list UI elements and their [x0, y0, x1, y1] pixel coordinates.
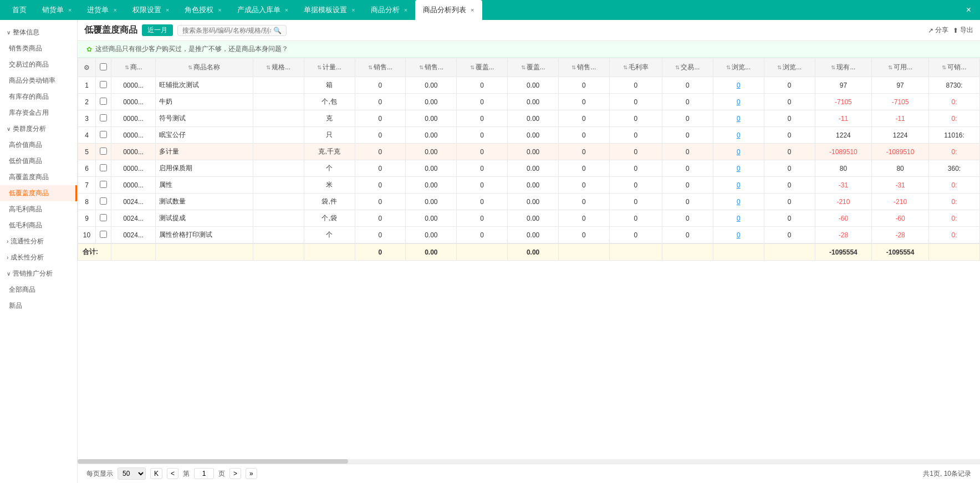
col-sales-qty[interactable]: 销售... — [355, 58, 406, 77]
close-icon[interactable]: × — [68, 7, 72, 13]
sidebar-item-low-coverage[interactable]: 低覆盖度商品 — [0, 185, 77, 201]
col-trade[interactable]: 交易... — [662, 58, 713, 77]
close-icon[interactable]: × — [166, 7, 169, 13]
col-stock-avail[interactable]: 可用... — [872, 58, 929, 77]
row-checkbox[interactable] — [100, 131, 107, 138]
sidebar-section-liquidity[interactable]: › 流通性分析 — [0, 233, 77, 250]
page-size-label: 每页显示 — [86, 469, 113, 479]
col-spec[interactable]: 规格... — [253, 58, 304, 77]
main-layout: ∨ 整体信息 销售类商品 交易过的商品 商品分类动销率 有库存的商品 库存资金占… — [0, 20, 980, 483]
nav-tab-goods-analysis-list[interactable]: 商品分析列表 × — [415, 0, 482, 20]
search-box: 🔍 — [177, 25, 287, 36]
top-navigation: 首页 销货单 × 进货单 × 权限设置 × 角色授权 × 产成品入库单 × 单据… — [0, 0, 980, 20]
page-size-select[interactable]: 20 50 100 200 — [118, 467, 146, 480]
nav-tab-sales[interactable]: 销货单 × — [34, 0, 79, 20]
sidebar-collapse-button[interactable]: « — [77, 241, 78, 263]
row-checkbox[interactable] — [100, 197, 107, 205]
table-row: 3 0000... 符号测试 克 0 0.00 0 0.00 0 0 0 0 0… — [78, 110, 980, 127]
col-stock-sale[interactable]: 可销... — [928, 58, 979, 77]
nav-tab-purchase[interactable]: 进货单 × — [79, 0, 124, 20]
nav-tab-perm[interactable]: 权限设置 × — [125, 0, 177, 20]
data-table-wrapper: ⚙ 商... 商品名称 规格... 计量... 销售... 销售... 覆盖..… — [78, 58, 980, 459]
share-button[interactable]: ↗ 分享 — [928, 26, 948, 35]
col-cover2[interactable]: 覆盖... — [508, 58, 559, 77]
row-checkbox[interactable] — [100, 148, 107, 155]
sidebar-item-category-rate[interactable]: 商品分类动销率 — [0, 73, 77, 89]
close-icon[interactable]: × — [351, 7, 355, 13]
nav-tab-home[interactable]: 首页 — [4, 0, 34, 20]
sidebar-section-marketing[interactable]: ∨ 营销推广分析 — [0, 266, 77, 282]
sidebar-item-stocked-goods[interactable]: 有库存的商品 — [0, 89, 77, 105]
row-checkbox[interactable] — [100, 98, 107, 105]
next-page-button[interactable]: > — [229, 468, 241, 479]
sidebar-item-high-margin[interactable]: 高毛利商品 — [0, 201, 77, 217]
export-button[interactable]: ⬆ 导出 — [953, 26, 973, 35]
close-icon[interactable]: × — [285, 7, 288, 13]
total-cover2: 0.00 — [508, 243, 559, 261]
col-browse2[interactable]: 浏览... — [764, 58, 815, 77]
sidebar-item-new-goods[interactable]: 新品 — [0, 298, 77, 314]
close-icon[interactable]: × — [404, 7, 407, 13]
close-icon[interactable]: × — [218, 7, 221, 13]
total-sales-qty: 0 — [355, 243, 406, 261]
row-checkbox[interactable] — [100, 181, 107, 188]
goods-table: ⚙ 商... 商品名称 规格... 计量... 销售... 销售... 覆盖..… — [78, 58, 980, 261]
sidebar-item-all-goods[interactable]: 全部商品 — [0, 282, 77, 298]
sidebar-item-low-margin[interactable]: 低毛利商品 — [0, 217, 77, 233]
close-icon[interactable]: × — [471, 7, 474, 13]
sidebar: ∨ 整体信息 销售类商品 交易过的商品 商品分类动销率 有库存的商品 库存资金占… — [0, 20, 78, 483]
sidebar-item-high-coverage[interactable]: 高覆盖度商品 — [0, 169, 77, 185]
content-area: 低覆盖度商品 近一月 🔍 ↗ 分享 ⬆ 导出 ✿ 这些商品只有很少客户购买过，是… — [78, 20, 980, 483]
sidebar-item-low-value[interactable]: 低价值商品 — [0, 153, 77, 169]
sidebar-item-high-value[interactable]: 高价值商品 — [0, 137, 77, 153]
col-stock-curr[interactable]: 现有... — [815, 58, 872, 77]
share-icon: ↗ — [928, 27, 933, 34]
col-name[interactable]: 商品名称 — [156, 58, 253, 77]
last-page-button[interactable]: » — [246, 468, 257, 479]
total-row: 合计: 0 0.00 0.00 -10955 — [78, 243, 980, 261]
sidebar-item-traded-goods[interactable]: 交易过的商品 — [0, 57, 77, 73]
search-icon[interactable]: 🔍 — [273, 27, 282, 34]
col-cover1[interactable]: 覆盖... — [457, 58, 508, 77]
table-row: 8 0024... 测试数量 袋,件 0 0.00 0 0.00 0 0 0 0… — [78, 194, 980, 210]
total-info: 共1页, 10条记录 — [923, 469, 971, 479]
sidebar-item-sales-goods[interactable]: 销售类商品 — [0, 40, 77, 57]
horizontal-scrollbar[interactable] — [78, 459, 980, 464]
sidebar-section-class-analysis[interactable]: ∨ 类群度分析 — [0, 121, 77, 137]
action-buttons: ↗ 分享 ⬆ 导出 — [928, 26, 973, 35]
sidebar-section-overall[interactable]: ∨ 整体信息 — [0, 24, 77, 40]
col-sales-amt[interactable]: 销售... — [406, 58, 457, 77]
select-all-checkbox[interactable] — [100, 63, 107, 70]
close-icon[interactable]: × — [113, 7, 116, 13]
table-row: 7 0000... 属性 米 0 0.00 0 0.00 0 0 0 0 0 -… — [78, 177, 980, 194]
search-input[interactable] — [182, 27, 271, 34]
sidebar-item-stock-capital[interactable]: 库存资金占用 — [0, 105, 77, 121]
col-gross[interactable]: 毛利率 — [609, 58, 662, 77]
col-browse1[interactable]: 浏览... — [713, 58, 764, 77]
nav-tab-template[interactable]: 单据模板设置 × — [296, 0, 363, 20]
info-icon: ✿ — [86, 45, 92, 53]
col-sales3[interactable]: 销售... — [559, 58, 610, 77]
table-row: 10 0024... 属性价格打印测试 个 0 0.00 0 0.00 0 0 … — [78, 227, 980, 244]
close-all-tabs-button[interactable]: × — [962, 3, 976, 17]
page-number-input[interactable] — [194, 468, 214, 479]
scrollbar-thumb[interactable] — [78, 459, 348, 464]
first-page-button[interactable]: K — [150, 468, 162, 479]
prev-page-button[interactable]: < — [167, 468, 178, 479]
nav-tab-role[interactable]: 角色授权 × — [177, 0, 229, 20]
period-button[interactable]: 近一月 — [142, 24, 173, 36]
row-checkbox[interactable] — [100, 81, 107, 88]
pagination-bar: 每页显示 20 50 100 200 K < 第 页 > » 共1页, 10条记… — [78, 464, 980, 483]
nav-tab-product-inbound[interactable]: 产成品入库单 × — [229, 0, 296, 20]
nav-tab-goods-analysis[interactable]: 商品分析 × — [363, 0, 415, 20]
col-checkbox[interactable] — [96, 58, 111, 77]
row-checkbox[interactable] — [100, 214, 107, 221]
row-checkbox[interactable] — [100, 231, 107, 238]
total-label: 合计: — [78, 243, 111, 261]
col-settings[interactable]: ⚙ — [78, 58, 96, 77]
sidebar-section-growth[interactable]: › 成长性分析 — [0, 250, 77, 266]
col-code[interactable]: 商... — [111, 58, 156, 77]
col-unit[interactable]: 计量... — [304, 58, 355, 77]
row-checkbox[interactable] — [100, 114, 107, 121]
row-checkbox[interactable] — [100, 164, 107, 171]
